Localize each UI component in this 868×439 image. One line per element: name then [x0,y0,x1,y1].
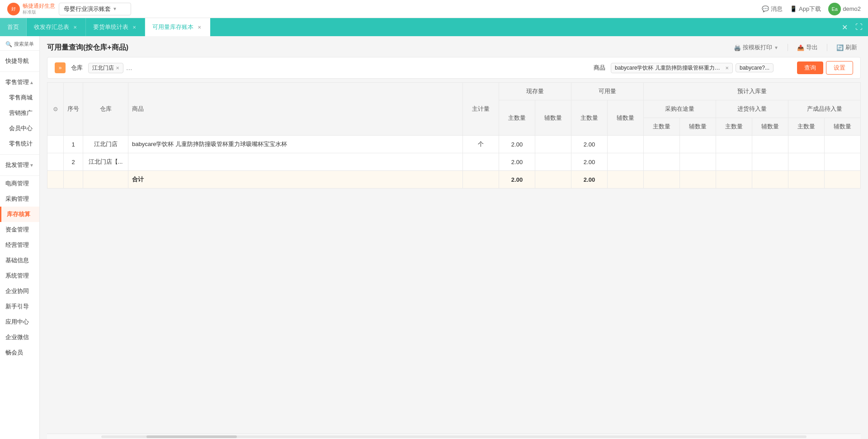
sidebar-item-enterprise-collab[interactable]: 企业协同 [0,283,39,299]
sidebar-item-wholesale-mgmt[interactable]: 批发管理 ▼ [0,157,39,173]
close-available-stock[interactable]: ✕ [196,24,203,30]
refresh-btn[interactable]: 🔄 刷新 [833,42,861,53]
app-download-btn[interactable]: 📱 App下载 [790,5,821,13]
sidebar-item-member-center[interactable]: 会员中心 [0,121,39,136]
td-pur-main-2 [644,153,680,171]
top-bar: 好 畅捷通好生意 标准版 母婴行业演示账套 ▼ 💬 消息 📱 App下载 Ea … [0,0,868,18]
product-tag-2[interactable]: babycare?... [736,63,774,72]
th-production-main: 主数量 [788,118,825,136]
action-sep-2 [827,44,827,51]
action-sep-1 [788,44,788,51]
filter-expand-btn[interactable]: » [55,62,66,73]
summary-row: 合计 2.00 2.00 [47,171,861,189]
sidebar-item-ecommerce[interactable]: 电商管理 [0,176,39,191]
th-current-stock: 现存量 [499,83,571,100]
sidebar-search[interactable]: 🔍 搜索菜单 [0,36,39,51]
user-menu[interactable]: Ea demo2 [828,3,861,15]
logo-text: 畅捷通好生意 标准版 [23,3,55,14]
message-btn[interactable]: 💬 消息 [762,5,783,13]
td-sum-unit [463,171,499,189]
td-avail-aux-1 [608,136,644,153]
sidebar-item-retail-mall[interactable]: 零售商城 [0,90,39,105]
export-btn[interactable]: 📤 导出 [793,42,821,53]
sidebar-item-purchase-mgmt[interactable]: 采购管理 [0,191,39,207]
filter-bar: » 仓库 江北门店 ✕ ... 商品 babycare学饮杯 儿童防摔防撞吸管杯… [47,57,861,79]
sidebar-item-marketing[interactable]: 营销推广 [0,105,39,121]
td-no-1: 1 [64,136,83,153]
product-tag-1-close[interactable]: ✕ [725,66,729,71]
gear-icon[interactable]: ⚙ [53,106,58,113]
product-label: 商品 [594,64,605,72]
logo-icon: 好 [7,3,20,15]
th-main-unit: 主计量 [463,83,499,136]
expand-tabs[interactable]: ⛶ [854,22,864,33]
avatar: Ea [828,3,841,15]
sidebar-item-inventory-check[interactable]: 库存核算 [0,207,39,222]
sidebar: 🔍 搜索菜单 快捷导航 零售管理 ▲ 零售商城 营销推广 会员中心 零售统计 [0,36,40,439]
td-cur-main-1: 2.00 [499,136,535,153]
table-container: ⚙ 序号 仓库 商品 主计量 [40,82,868,434]
th-warehouse: 仓库 [83,83,128,136]
tab-home[interactable]: 首页 [0,18,27,36]
scroll-thumb[interactable] [146,435,237,438]
warehouse-tag-close[interactable]: ✕ [116,66,119,71]
td-no-2: 2 [64,153,83,171]
sidebar-item-retail-stats[interactable]: 零售统计 [0,136,39,151]
sidebar-item-quick-nav[interactable]: 快捷导航 [0,53,39,69]
sidebar-item-finance-mgmt[interactable]: 资金管理 [0,222,39,237]
td-product-2 [128,153,463,171]
print-icon: 🖨️ [734,44,741,51]
store-selector[interactable]: 母婴行业演示账套 ▼ [59,3,131,15]
td-sum-prod-aux [825,171,861,189]
th-product: 商品 [128,83,463,136]
sidebar-item-system-mgmt[interactable]: 系统管理 [0,268,39,283]
td-inc-aux-1 [752,136,788,153]
th-settings[interactable]: ⚙ [47,83,64,136]
tab-order-stats[interactable]: 要货单统计表 ✕ [86,18,145,36]
td-cur-main-2: 2.00 [499,153,535,171]
sidebar-item-basic-info[interactable]: 基础信息 [0,253,39,268]
sidebar-item-vip-member[interactable]: 畅会员 [0,345,39,360]
tab-receive-summary[interactable]: 收发存汇总表 ✕ [27,18,86,36]
template-print-btn[interactable]: 🖨️ 按模板打印 ▼ [730,42,782,53]
th-production-group: 产成品待入量 [788,100,861,118]
th-current-main: 主数量 [499,100,535,136]
td-inc-main-2 [716,153,752,171]
close-all-tabs[interactable]: ✕ [839,22,850,33]
td-unit-2 [463,153,499,171]
sidebar-section-retail: 零售管理 ▲ 零售商城 营销推广 会员中心 零售统计 [0,72,39,155]
td-sum-inc-main [716,171,752,189]
td-warehouse-2: 江北门店【... [83,153,128,171]
sidebar-item-operation-mgmt[interactable]: 经营管理 [0,237,39,253]
table-scroll-bar[interactable] [47,434,861,439]
td-prod-main-2 [788,153,825,171]
sidebar-item-app-center[interactable]: 应用中心 [0,314,39,330]
td-sum-prod-main [788,171,825,189]
sidebar-item-retail-mgmt[interactable]: 零售管理 ▲ [0,75,39,90]
close-order-stats[interactable]: ✕ [131,24,137,30]
td-sum-no [64,171,83,189]
td-prod-aux-1 [825,136,861,153]
query-button[interactable]: 查询 [797,61,823,74]
chevron-icon-2: ▼ [29,163,34,168]
td-avail-main-1: 2.00 [571,136,608,153]
td-sum-product: 合计 [128,171,463,189]
warehouse-dots[interactable]: ... [126,64,132,72]
td-warehouse-1: 江北门店 [83,136,128,153]
close-receive-summary[interactable]: ✕ [72,24,78,30]
th-current-aux: 辅数量 [535,100,571,136]
td-sum-settings [47,171,64,189]
product-tag-1[interactable]: babycare学饮杯 儿童防摔防撞吸管杯重力球吸嘴杯宝宝水杯 ✕ [611,63,733,73]
warehouse-filter: 江北门店 ✕ ... [88,63,588,73]
setting-button[interactable]: 设置 [826,61,853,75]
chevron-down-icon-2: ▼ [774,45,778,50]
sidebar-item-enterprise-wechat[interactable]: 企业微信 [0,330,39,345]
sidebar-item-new-guide[interactable]: 新手引导 [0,299,39,314]
page-title: 可用量查询(按仓库+商品) [47,43,128,52]
tab-available-stock[interactable]: 可用量库存账本 ✕ [145,18,210,36]
td-product-1: babycare学饮杯 儿童防摔防撞吸管杯重力球吸嘴杯宝宝水杯 [128,136,463,153]
warehouse-label: 仓库 [71,64,83,72]
td-sum-pur-main [644,171,680,189]
scroll-track[interactable] [101,435,807,438]
warehouse-tag[interactable]: 江北门店 ✕ [88,63,123,73]
